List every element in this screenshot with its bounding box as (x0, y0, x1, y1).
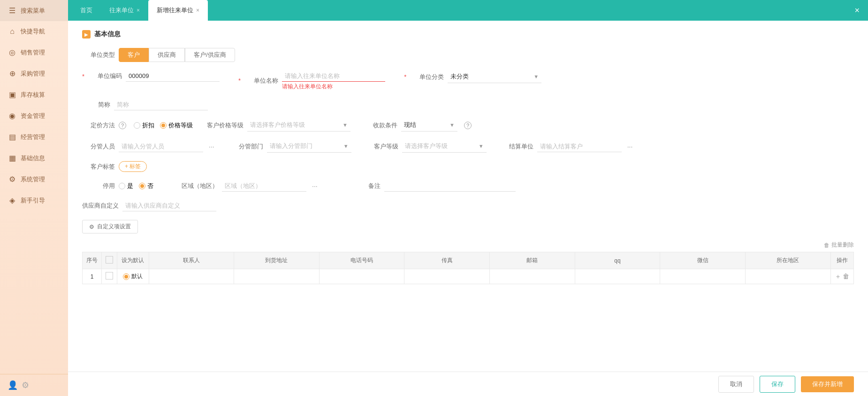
short-name-input[interactable] (114, 99, 208, 110)
radio-discount[interactable]: 折扣 (134, 121, 154, 130)
region-input[interactable] (222, 180, 306, 192)
tab-home-label: 首页 (80, 6, 92, 15)
manager-more-btn[interactable]: ··· (207, 143, 216, 150)
sidebar: ☰ 搜索菜单 ⌂ 快捷导航 ◎ 销售管理 ⊕ 采购管理 ▣ 库存核算 ◉ 资金管… (0, 0, 68, 396)
dept-arrow: ▼ (343, 143, 349, 149)
settlement-more-btn[interactable]: ··· (625, 143, 635, 150)
unit-name-wrapper: 请输入往来单位名称 (282, 70, 385, 91)
required-star-name: * (238, 77, 241, 84)
col-qq: qq (575, 252, 660, 269)
cell-fax[interactable] (404, 269, 490, 284)
table-actions-bar: 🗑 批量删除 (82, 241, 854, 249)
radio-yes-outer (119, 183, 125, 189)
col-action: 操作 (830, 252, 854, 269)
col-wechat: 微信 (660, 252, 746, 269)
customer-price-arrow: ▼ (343, 122, 348, 128)
add-tag-button[interactable]: + 标签 (119, 161, 147, 172)
qq-input[interactable] (578, 273, 657, 280)
contact-input[interactable] (152, 273, 231, 280)
tab-new-partner-close[interactable]: × (196, 7, 199, 14)
save-button[interactable]: 保存 (760, 376, 795, 393)
pricing-row: 定价方法 ? 折扣 价格等级 客户价格等级 (82, 119, 854, 132)
payment-help-icon[interactable]: ? (464, 122, 472, 129)
department-dropdown[interactable]: 请输入分管部门 ▼ (267, 140, 351, 153)
sidebar-item-operations[interactable]: ▤ 经营管理 (0, 126, 68, 148)
address-input[interactable] (237, 273, 316, 280)
col-checkbox-header (102, 252, 117, 269)
sidebar-item-guide[interactable]: ◈ 新手引导 (0, 190, 68, 211)
tab-bar-close-all[interactable]: × (850, 6, 864, 16)
email-input[interactable] (493, 273, 572, 280)
radio-price-level-outer (160, 122, 167, 129)
cell-phone[interactable] (319, 269, 404, 284)
col-address: 到货地址 (234, 252, 320, 269)
sidebar-item-purchase[interactable]: ⊕ 采购管理 (0, 63, 68, 84)
cell-index: 1 (83, 269, 102, 284)
manager-input[interactable] (119, 141, 203, 152)
unit-btn-customer[interactable]: 客户 (119, 48, 149, 62)
batch-delete-label: 批量删除 (831, 241, 854, 249)
remarks-input[interactable] (384, 180, 516, 192)
tab-home[interactable]: 首页 (72, 0, 101, 21)
payment-terms-arrow: ▼ (449, 122, 455, 128)
cell-contact[interactable] (149, 269, 234, 284)
tab-new-partner[interactable]: 新增往来单位 × (148, 0, 208, 21)
phone-input[interactable] (322, 273, 402, 280)
customer-level-dropdown[interactable]: 请选择客户等级 ▼ (402, 140, 487, 153)
payment-terms-label: 收款条件 (365, 121, 397, 130)
cell-wechat[interactable] (660, 269, 746, 284)
wechat-input[interactable] (663, 273, 742, 280)
settlement-label: 结算单位 (501, 142, 533, 151)
unit-name-label: 单位名称 (245, 77, 278, 85)
customer-price-label: 客户价格等级 (207, 121, 244, 130)
tab-partners[interactable]: 往来单位 × (101, 0, 148, 21)
sidebar-item-inventory[interactable]: ▣ 库存核算 (0, 84, 68, 105)
cell-region[interactable] (745, 269, 830, 284)
supplier-custom-input[interactable] (122, 200, 216, 211)
payment-terms-value: 现结 (404, 121, 416, 129)
tab-partners-close[interactable]: × (137, 7, 140, 14)
unit-btn-both[interactable]: 客户/供应商 (185, 48, 235, 62)
customer-price-dropdown[interactable]: 请选择客户价格等级 ▼ (247, 119, 350, 132)
sidebar-item-system[interactable]: ⚙ 系统管理 (0, 169, 68, 190)
settlement-input[interactable] (537, 141, 622, 152)
unit-name-input[interactable] (282, 70, 385, 82)
custom-settings-button[interactable]: ⚙ 自定义项设置 (82, 220, 138, 233)
pricing-help-icon[interactable]: ? (119, 122, 126, 129)
cell-address[interactable] (234, 269, 320, 284)
sidebar-item-finance[interactable]: ◉ 资金管理 (0, 105, 68, 126)
sidebar-item-basic-info[interactable]: ▦ 基础信息 (0, 148, 68, 169)
unit-category-dropdown[interactable]: 未分类 ▼ (448, 70, 541, 83)
sidebar-item-quick-nav[interactable]: ⌂ 快捷导航 (0, 21, 68, 42)
quick-nav-icon: ⌂ (8, 27, 17, 36)
add-row-btn[interactable]: ＋ (835, 272, 841, 281)
batch-delete-btn[interactable]: 🗑 批量删除 (824, 241, 854, 249)
unit-code-label: 单位编码 (89, 72, 122, 80)
gear-icon: ⚙ (89, 224, 94, 230)
select-all-checkbox[interactable] (106, 256, 113, 264)
radio-no[interactable]: 否 (139, 182, 153, 190)
unit-code-input[interactable] (126, 70, 220, 82)
row-checkbox[interactable] (106, 272, 113, 280)
unit-btn-supplier[interactable]: 供应商 (149, 48, 185, 62)
delete-row-btn[interactable]: 🗑 (843, 272, 849, 280)
disabled-label: 停用 (82, 182, 115, 190)
region-more-btn[interactable]: ··· (310, 182, 320, 190)
radio-yes[interactable]: 是 (119, 182, 133, 190)
default-radio-outer[interactable] (123, 273, 129, 280)
sidebar-item-label: 资金管理 (21, 112, 45, 120)
cell-email[interactable] (490, 269, 575, 284)
cancel-button[interactable]: 取消 (718, 376, 754, 393)
fax-input[interactable] (407, 273, 487, 280)
dept-placeholder: 请输入分管部门 (270, 142, 312, 150)
cell-qq[interactable] (575, 269, 660, 284)
sidebar-item-search[interactable]: ☰ 搜索菜单 (0, 0, 68, 21)
required-star: * (82, 73, 84, 80)
payment-terms-dropdown[interactable]: 现结 ▼ (401, 119, 457, 132)
unit-type-label: 单位类型 (82, 51, 115, 59)
custom-settings-label: 自定义项设置 (97, 223, 131, 231)
radio-price-level[interactable]: 价格等级 (160, 121, 193, 130)
save-and-new-button[interactable]: 保存并新增 (801, 376, 854, 392)
region-table-input[interactable] (748, 273, 828, 280)
sidebar-item-sales[interactable]: ◎ 销售管理 (0, 42, 68, 63)
